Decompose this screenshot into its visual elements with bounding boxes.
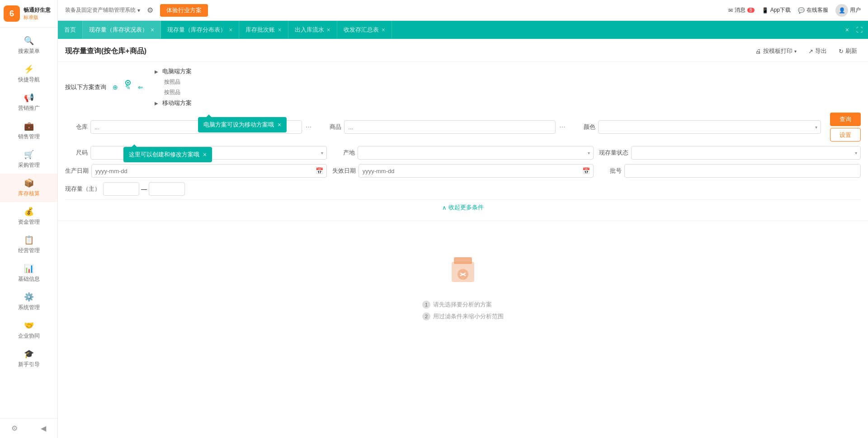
message-btn[interactable]: ✉ 消息 8 bbox=[728, 6, 755, 14]
sidebar-item-sales[interactable]: 💼 销售管理 bbox=[0, 117, 57, 145]
sidebar-item-purchase[interactable]: 🛒 采购管理 bbox=[0, 145, 57, 174]
settings-bottom-btn[interactable]: ⚙ bbox=[8, 422, 21, 434]
filter-label: 按以下方案查询 bbox=[65, 83, 106, 91]
collapse-btn[interactable]: ∧ 收起更多条件 bbox=[442, 203, 484, 212]
brand-name: 畅通好生意 bbox=[24, 6, 51, 14]
sidebar-item-basic[interactable]: 📊 基础信息 bbox=[0, 259, 57, 287]
empty-illustration bbox=[440, 248, 486, 293]
batch-input[interactable] bbox=[624, 164, 861, 178]
tab-inventory-dist-close[interactable]: × bbox=[229, 26, 232, 33]
field-color: 颜色 ▾ bbox=[573, 120, 821, 134]
guide-icon: 🎓 bbox=[24, 349, 34, 359]
scheme-sub-item-1[interactable]: 按照品 bbox=[162, 77, 192, 87]
stock-min-input[interactable] bbox=[103, 182, 139, 196]
origin-select[interactable] bbox=[358, 146, 594, 160]
tab-receive-summary-close[interactable]: × bbox=[382, 26, 385, 33]
sidebar-label-search: 搜索菜单 bbox=[18, 47, 40, 55]
scheme-mobile-toggle[interactable]: ▶ bbox=[153, 100, 160, 106]
print-dropdown-icon: ▾ bbox=[794, 49, 797, 54]
active-indicator bbox=[126, 81, 130, 85]
back-scheme-btn[interactable]: ⇐ bbox=[135, 82, 146, 93]
tab-close-all-btn[interactable]: × bbox=[844, 24, 851, 35]
tab-receive-summary[interactable]: 收发存汇总表 × bbox=[337, 21, 392, 39]
scheme-pc-children: 按照品 按照品 bbox=[153, 77, 192, 97]
sidebar-item-marketing[interactable]: 📢 营销推广 bbox=[0, 88, 57, 117]
back-icon: ⇐ bbox=[138, 84, 143, 91]
tab-in-out-flow[interactable]: 出入库流水 × bbox=[288, 21, 337, 39]
scheme-pc-toggle[interactable]: ▶ bbox=[153, 68, 160, 75]
export-btn[interactable]: ↗ 导出 bbox=[805, 45, 830, 57]
tip-num-2: 2 bbox=[422, 312, 430, 320]
filter-row-4: 现存量（主） — bbox=[65, 182, 861, 196]
tooltip2-close[interactable]: × bbox=[203, 151, 207, 158]
scheme-group-mobile: ▶ 移动端方案 bbox=[153, 99, 192, 107]
header-left: 装备及固定资产辅助管理系统 ▾ ⚙ 体验行业方案 bbox=[65, 4, 208, 17]
system-settings-btn[interactable]: ⚙ bbox=[144, 4, 156, 17]
tab-home[interactable]: 首页 bbox=[58, 21, 83, 39]
reset-btn[interactable]: 设置 bbox=[830, 128, 861, 141]
online-service-btn[interactable]: 💬 在线客服 bbox=[798, 6, 828, 14]
user-name-label: 用户 bbox=[850, 6, 861, 14]
sidebar-item-search[interactable]: 🔍 搜索菜单 bbox=[0, 31, 57, 60]
filter-controls: ⊕ ✎ ⇐ bbox=[110, 82, 146, 93]
mfg-date-from-input[interactable] bbox=[91, 164, 327, 178]
tab-batch-account-close[interactable]: × bbox=[278, 26, 281, 33]
tip-text-2: 用过滤条件来缩小分析范围 bbox=[433, 312, 504, 320]
tooltip-scheme-mobile: 电脑方案可设为移动方案哦 × bbox=[198, 117, 287, 132]
sidebar-item-quick[interactable]: ⚡ 快捷导航 bbox=[0, 60, 57, 88]
edit-scheme-btn[interactable]: ✎ bbox=[123, 82, 133, 93]
tab-batch-account[interactable]: 库存批次账 × bbox=[239, 21, 288, 39]
sidebar-item-finance[interactable]: 💰 资金管理 bbox=[0, 202, 57, 231]
search-btn[interactable]: 查询 bbox=[830, 113, 861, 126]
add-scheme-btn[interactable]: ⊕ bbox=[110, 82, 121, 93]
goods-ellipsis[interactable]: ··· bbox=[557, 123, 567, 131]
quick-icon: ⚡ bbox=[24, 64, 34, 74]
color-label: 颜色 bbox=[573, 123, 595, 131]
brand-badge: 标准版 bbox=[24, 14, 51, 21]
field-stock-main: 现存量（主） — bbox=[65, 182, 861, 196]
tab-in-out-flow-close[interactable]: × bbox=[327, 26, 330, 33]
search-icon: 🔍 bbox=[24, 36, 34, 46]
sidebar-item-system[interactable]: ⚙️ 系统管理 bbox=[0, 287, 57, 316]
finance-icon: 💰 bbox=[24, 207, 34, 217]
print-template-btn[interactable]: 🖨 按模板打印 ▾ bbox=[752, 45, 800, 57]
app-download-btn[interactable]: 📱 App下载 bbox=[762, 6, 791, 14]
field-stock-status: 现存量状态 ▾ bbox=[599, 146, 861, 160]
sidebar-item-operations[interactable]: 📋 经营管理 bbox=[0, 231, 57, 259]
logo-text: 畅通好生意 标准版 bbox=[24, 6, 51, 21]
field-origin: 产地 ▾ bbox=[332, 146, 594, 160]
sidebar: 6 畅通好生意 标准版 🔍 搜索菜单 ⚡ 快捷导航 📢 营销推广 💼 销售管理 … bbox=[0, 0, 58, 438]
filter-section: 按以下方案查询 ⊕ ✎ ⇐ bbox=[58, 62, 868, 221]
tab-inventory-status[interactable]: 现存量（库存状况表） × bbox=[83, 21, 161, 39]
scheme-mobile-name: 移动端方案 bbox=[162, 99, 192, 107]
tab-inventory-dist[interactable]: 现存量（库存分布表） × bbox=[161, 21, 239, 39]
scheme-sub-item-2[interactable]: 按照品 bbox=[162, 88, 192, 97]
page-inner: 现存量查询(按仓库+商品) 🖨 按模板打印 ▾ ↗ 导出 ↻ 刷新 bbox=[58, 39, 868, 438]
page-content: 现存量查询(按仓库+商品) 🖨 按模板打印 ▾ ↗ 导出 ↻ 刷新 bbox=[58, 39, 868, 438]
tab-fullscreen-btn[interactable]: ⛶ bbox=[854, 24, 864, 35]
tab-inventory-status-close[interactable]: × bbox=[151, 26, 154, 33]
tab-bar-end: × ⛶ bbox=[840, 21, 868, 39]
user-menu-btn[interactable]: 👤 用户 bbox=[835, 4, 861, 17]
system-name-select[interactable]: 装备及固定资产辅助管理系统 ▾ bbox=[65, 6, 140, 14]
color-select[interactable] bbox=[598, 120, 821, 134]
tooltip-create-scheme: 这里可以创建和修改方案哦 × bbox=[123, 147, 212, 162]
warehouse-ellipsis[interactable]: ··· bbox=[304, 123, 313, 131]
sidebar-item-inventory[interactable]: 📦 库存核算 bbox=[0, 174, 57, 202]
industry-btn[interactable]: 体验行业方案 bbox=[160, 4, 208, 17]
exp-date-from-input[interactable] bbox=[359, 164, 594, 178]
stock-status-select[interactable] bbox=[631, 146, 861, 160]
refresh-btn[interactable]: ↻ 刷新 bbox=[835, 45, 861, 57]
sidebar-item-enterprise[interactable]: 🤝 企业协同 bbox=[0, 316, 57, 344]
tooltip1-close[interactable]: × bbox=[278, 121, 281, 128]
goods-input[interactable] bbox=[344, 120, 556, 134]
goods-label: 商品 bbox=[319, 123, 341, 131]
collapse-sidebar-btn[interactable]: ◀ bbox=[37, 422, 50, 434]
tab-home-label: 首页 bbox=[64, 26, 76, 34]
system-dropdown-icon: ▾ bbox=[137, 7, 140, 14]
top-header: 装备及固定资产辅助管理系统 ▾ ⚙ 体验行业方案 ✉ 消息 8 📱 App下载 … bbox=[58, 0, 868, 21]
system-icon: ⚙️ bbox=[24, 292, 34, 302]
stock-max-input[interactable] bbox=[149, 182, 185, 196]
sidebar-item-guide[interactable]: 🎓 新手引导 bbox=[0, 344, 57, 373]
scheme-pc-name: 电脑端方案 bbox=[162, 67, 192, 75]
